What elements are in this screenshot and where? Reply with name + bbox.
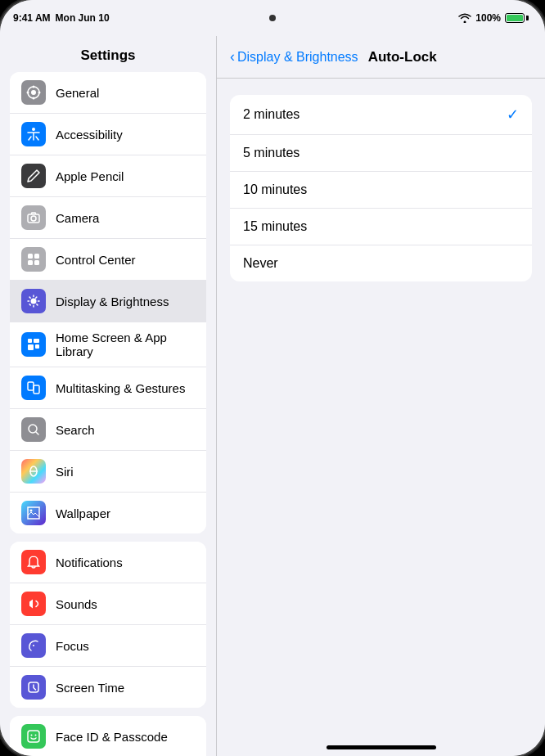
display-brightness-icon — [21, 289, 46, 313]
svg-point-6 — [32, 128, 35, 131]
sidebar-item-accessibility[interactable]: Accessibility — [10, 114, 206, 155]
general-label: General — [56, 86, 195, 100]
auto-lock-options: 2 minutes ✓ 5 minutes 10 minutes 15 minu… — [230, 95, 532, 281]
option-10min[interactable]: 10 minutes — [230, 172, 532, 209]
svg-rect-15 — [34, 339, 39, 343]
option-2min[interactable]: 2 minutes ✓ — [230, 95, 532, 135]
home-screen-icon — [21, 332, 46, 357]
wallpaper-icon — [21, 501, 46, 525]
general-icon — [21, 80, 46, 105]
sidebar: Settings General Accessibility — [0, 36, 217, 756]
content-body: 2 minutes ✓ 5 minutes 10 minutes 15 minu… — [217, 79, 545, 740]
sounds-label: Sounds — [56, 597, 195, 611]
sidebar-item-screen-time[interactable]: Screen Time — [10, 667, 206, 708]
screen-time-icon — [21, 675, 46, 700]
face-id-label: Face ID & Passcode — [56, 730, 195, 744]
sidebar-item-face-id[interactable]: Face ID & Passcode — [10, 716, 206, 756]
apple-pencil-icon — [21, 164, 46, 188]
accessibility-label: Accessibility — [56, 128, 195, 142]
option-2min-label: 2 minutes — [243, 107, 300, 122]
status-bar: 9:41 AM Mon Jun 10 100% — [0, 0, 545, 36]
option-15min[interactable]: 15 minutes — [230, 209, 532, 245]
svg-point-4 — [27, 92, 29, 94]
svg-point-26 — [35, 735, 37, 736]
notifications-label: Notifications — [56, 556, 195, 569]
wifi-icon — [458, 13, 471, 23]
siri-icon — [21, 459, 46, 484]
sidebar-item-wallpaper[interactable]: Wallpaper — [10, 493, 206, 533]
svg-point-25 — [31, 735, 33, 736]
content-panel: ‹ Display & Brightness Auto-Lock 2 minut… — [217, 36, 545, 756]
sidebar-item-general[interactable]: General — [10, 72, 206, 114]
multitasking-icon — [21, 376, 46, 400]
svg-point-2 — [33, 86, 35, 88]
sidebar-item-control-center[interactable]: Control Center — [10, 239, 206, 281]
camera-icon — [21, 205, 46, 230]
battery-percent: 100% — [475, 12, 501, 24]
option-10min-label: 10 minutes — [243, 182, 307, 197]
settings-group-3: Face ID & Passcode Privacy & Security — [10, 716, 206, 756]
multitasking-label: Multitasking & Gestures — [56, 381, 195, 395]
control-center-icon — [21, 247, 46, 272]
content-title: Auto-Lock — [368, 49, 437, 65]
date: Mon Jun 10 — [56, 12, 110, 24]
control-center-label: Control Center — [56, 253, 195, 267]
svg-point-8 — [31, 216, 36, 221]
svg-point-0 — [31, 90, 36, 95]
status-bar-right: 100% — [458, 12, 529, 24]
status-bar-left: 9:41 AM Mon Jun 10 — [13, 12, 110, 24]
camera-dot — [269, 15, 276, 21]
focus-icon — [21, 633, 46, 658]
camera-label: Camera — [56, 211, 195, 225]
option-2min-check: ✓ — [507, 106, 519, 124]
svg-rect-16 — [28, 344, 34, 350]
svg-rect-17 — [35, 344, 39, 349]
svg-rect-24 — [28, 731, 39, 742]
sidebar-item-display-brightness[interactable]: Display & Brightness — [10, 281, 206, 322]
search-icon — [21, 417, 46, 442]
ipad-device: 9:41 AM Mon Jun 10 100% Settings — [0, 0, 545, 756]
display-brightness-label: Display & Brightness — [56, 295, 195, 308]
settings-group-1: General Accessibility Apple Pencil — [10, 72, 206, 533]
sidebar-item-camera[interactable]: Camera — [10, 197, 206, 239]
svg-rect-18 — [28, 382, 34, 390]
option-never[interactable]: Never — [230, 245, 532, 281]
svg-point-22 — [30, 510, 33, 512]
sidebar-item-apple-pencil[interactable]: Apple Pencil — [10, 155, 206, 197]
sidebar-item-focus[interactable]: Focus — [10, 625, 206, 667]
sidebar-item-siri[interactable]: Siri — [10, 451, 206, 493]
option-never-label: Never — [243, 256, 278, 271]
main-container: Settings General Accessibility — [0, 36, 545, 756]
svg-point-5 — [38, 92, 41, 94]
svg-rect-10 — [34, 254, 39, 259]
time: 9:41 AM — [13, 12, 51, 24]
back-label: Display & Brightness — [237, 50, 358, 65]
sidebar-title: Settings — [0, 36, 216, 72]
sidebar-item-notifications[interactable]: Notifications — [10, 542, 206, 583]
sidebar-item-multitasking[interactable]: Multitasking & Gestures — [10, 367, 206, 409]
sidebar-item-home-screen[interactable]: Home Screen & App Library — [10, 322, 206, 367]
camera-notch — [269, 15, 276, 21]
svg-point-3 — [33, 97, 35, 100]
focus-label: Focus — [56, 639, 195, 653]
accessibility-icon — [21, 122, 46, 146]
content-nav: ‹ Display & Brightness Auto-Lock — [217, 36, 545, 79]
apple-pencil-label: Apple Pencil — [56, 169, 195, 183]
back-button[interactable]: ‹ Display & Brightness — [230, 48, 358, 65]
svg-rect-14 — [28, 339, 32, 343]
option-5min[interactable]: 5 minutes — [230, 135, 532, 172]
sidebar-item-sounds[interactable]: Sounds — [10, 583, 206, 625]
svg-point-13 — [31, 299, 37, 304]
home-screen-label: Home Screen & App Library — [56, 331, 195, 358]
settings-group-2: Notifications Sounds Focus — [10, 542, 206, 708]
option-15min-label: 15 minutes — [243, 219, 307, 234]
wallpaper-label: Wallpaper — [56, 506, 195, 520]
svg-rect-11 — [28, 260, 33, 265]
notifications-icon — [21, 550, 46, 574]
siri-label: Siri — [56, 465, 195, 479]
svg-rect-19 — [34, 385, 39, 394]
home-indicator — [327, 745, 436, 749]
screen-time-label: Screen Time — [56, 681, 195, 695]
option-5min-label: 5 minutes — [243, 146, 300, 160]
sidebar-item-search[interactable]: Search — [10, 409, 206, 451]
